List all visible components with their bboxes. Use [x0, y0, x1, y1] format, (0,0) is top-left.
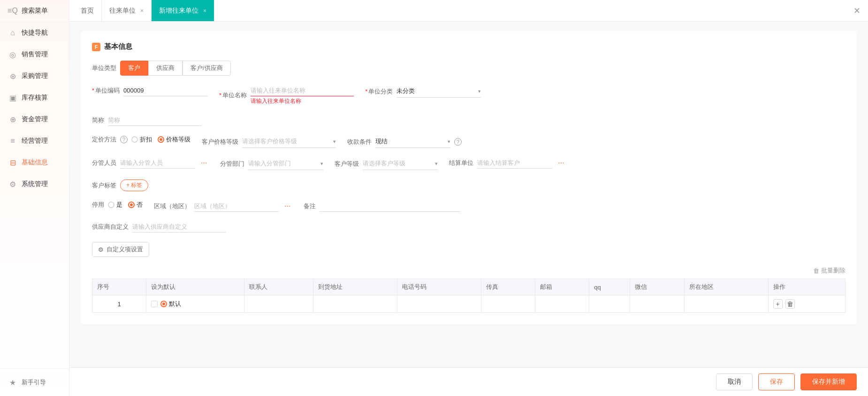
remarks-group: 备注: [304, 201, 460, 212]
search-icon: ≡Q: [8, 6, 18, 16]
sidebar-item-label: 快捷导航: [22, 29, 48, 37]
tab-new-partner-close[interactable]: ×: [203, 8, 206, 14]
batch-delete-label: 批量删除: [821, 266, 845, 275]
table-header-row: 序号 设为默认 联系人 到货地址 电话号码 传真 邮箱 qq 微信 所在地区 操…: [92, 279, 845, 295]
collection-question-icon[interactable]: ?: [454, 138, 462, 146]
pricing-method-group: 定价方法 ? 折扣 价格等级: [92, 135, 190, 144]
radio-price-level[interactable]: 价格等级: [158, 135, 190, 144]
region-more-btn[interactable]: ···: [282, 202, 292, 210]
supplier-custom-group: 供应商自定义: [92, 221, 226, 233]
add-tag-button[interactable]: + 标签: [120, 179, 148, 191]
td-region: [684, 295, 768, 313]
code-name-category-row: *单位编码 *单位名称 请输入往来单位名称 *单位分类 未分类 ▾: [92, 85, 845, 105]
sidebar-item-label: 销售管理: [22, 50, 48, 59]
tab-home[interactable]: 首页: [73, 0, 102, 21]
customer-level-group: 客户等级 请选择客户等级 ▾: [335, 157, 438, 170]
td-email: [535, 295, 589, 313]
sidebar-item-label: 采购管理: [22, 72, 48, 80]
customer-level-select[interactable]: 请选择客户等级 ▾: [363, 157, 438, 170]
radio-disabled-yes-circle: [108, 202, 114, 208]
disabled-radio-group: 是 否: [108, 201, 143, 209]
unit-category-select[interactable]: 未分类 ▾: [396, 85, 481, 98]
settlement-unit-group: 结算单位 ···: [449, 157, 566, 169]
sidebar-item-finance[interactable]: ⊕ 资金管理: [0, 109, 69, 130]
pricing-question-icon[interactable]: ?: [120, 136, 128, 143]
td-fax: [481, 295, 535, 313]
custom-settings-button[interactable]: ⚙ 自定义项设置: [92, 242, 149, 257]
unit-name-input-wrapper: 请输入往来单位名称: [251, 85, 354, 105]
collection-condition-label: 收款条件: [347, 138, 372, 146]
sidebar-item-new-guide[interactable]: ★ 新手引导: [0, 373, 69, 392]
tags-row: 客户标签 + 标签: [92, 179, 845, 191]
radio-disabled-yes[interactable]: 是: [108, 201, 122, 209]
sidebar-item-inventory[interactable]: ▣ 库存核算: [0, 87, 69, 109]
sidebar-item-operations[interactable]: ≡ 经营管理: [0, 130, 69, 152]
home-icon: ⌂: [8, 28, 18, 38]
tab-new-partner-label: 新增往来单位: [159, 7, 198, 15]
custom-settings-label: 自定义项设置: [107, 245, 143, 254]
radio-disabled-no-circle: [128, 202, 135, 208]
sidebar-item-sales[interactable]: ◎ 销售管理: [0, 44, 69, 65]
sidebar-item-purchase[interactable]: ⊛ 采购管理: [0, 65, 69, 87]
cancel-button[interactable]: 取消: [716, 373, 753, 390]
short-name-input[interactable]: [108, 115, 202, 126]
row-checkbox[interactable]: [151, 301, 158, 307]
customer-level-placeholder: 请选择客户等级: [363, 159, 433, 168]
region-input[interactable]: [194, 201, 279, 212]
tab-partners[interactable]: 往来单位 ×: [102, 0, 152, 21]
default-radio[interactable]: 默认: [160, 300, 181, 308]
unit-btn-customer[interactable]: 客户: [120, 61, 148, 76]
supplier-custom-input[interactable]: [132, 221, 226, 233]
settlement-unit-more-btn[interactable]: ···: [556, 159, 566, 167]
department-label: 分管部门: [220, 160, 244, 168]
settlement-unit-input[interactable]: [477, 157, 552, 169]
add-row-button[interactable]: +: [773, 299, 783, 309]
window-close-icon[interactable]: ✕: [850, 6, 864, 16]
sales-icon: ◎: [8, 49, 18, 60]
unit-btn-supplier[interactable]: 供应商: [148, 61, 183, 76]
unit-type-buttons: 客户 供应商 客户/供应商: [120, 61, 231, 76]
manager-more-btn[interactable]: ···: [199, 159, 209, 167]
disabled-group: 停用 是 否: [92, 201, 143, 209]
td-contact: [244, 295, 313, 313]
radio-discount[interactable]: 折扣: [131, 135, 152, 144]
tab-bar: 首页 往来单位 × 新增往来单位 × ✕: [69, 0, 868, 22]
save-button[interactable]: 保存: [758, 373, 795, 390]
default-radio-circle: [160, 301, 167, 307]
short-name-group: 简称: [92, 115, 202, 126]
customer-price-level-select[interactable]: 请选择客户价格等级 ▾: [242, 135, 336, 148]
delete-row-button[interactable]: 🗑: [785, 299, 795, 309]
manager-input[interactable]: [120, 157, 195, 169]
tags-group: 客户标签 + 标签: [92, 179, 148, 191]
purchase-icon: ⊛: [8, 71, 18, 81]
sidebar-search[interactable]: ≡Q 搜索菜单: [0, 0, 69, 22]
sidebar-search-label: 搜索菜单: [22, 7, 48, 15]
tab-new-partner[interactable]: 新增往来单位 ×: [152, 0, 214, 21]
finance-icon: ⊕: [8, 114, 18, 124]
batch-delete-button[interactable]: 🗑 批量删除: [813, 266, 845, 275]
sidebar-item-basic[interactable]: ⊟ 基础信息: [0, 152, 69, 173]
sidebar-item-system[interactable]: ⚙ 系统管理: [0, 173, 69, 195]
default-radio-label: 默认: [169, 300, 181, 308]
th-default: 设为默认: [146, 279, 244, 295]
tab-partners-close[interactable]: ×: [140, 8, 144, 14]
radio-disabled-no[interactable]: 否: [128, 201, 143, 209]
chevron-down-icon2: ▾: [333, 139, 336, 145]
unit-btn-both[interactable]: 客户/供应商: [183, 61, 231, 76]
save-new-button[interactable]: 保存并新增: [800, 373, 857, 390]
td-wechat: [630, 295, 684, 313]
supplier-custom-row: 供应商自定义: [92, 221, 845, 233]
collection-condition-group: 收款条件 现结 ▾ ?: [347, 135, 462, 148]
remarks-input[interactable]: [320, 201, 460, 212]
content-area: F 基本信息 单位类型 客户 供应商 客户/供应商 *单位编码: [69, 22, 868, 367]
sidebar-item-quick-nav[interactable]: ⌂ 快捷导航: [0, 22, 69, 44]
th-email: 邮箱: [535, 279, 589, 295]
td-phone: [397, 295, 481, 313]
unit-name-input[interactable]: [251, 85, 354, 96]
th-contact: 联系人: [244, 279, 313, 295]
unit-code-input[interactable]: [123, 85, 208, 96]
collection-condition-select[interactable]: 现结 ▾: [375, 135, 450, 148]
unit-code-group: *单位编码: [92, 85, 208, 96]
department-select[interactable]: 请输入分管部门 ▾: [248, 157, 323, 170]
customer-price-level-group: 客户价格等级 请选择客户价格等级 ▾: [202, 135, 336, 148]
